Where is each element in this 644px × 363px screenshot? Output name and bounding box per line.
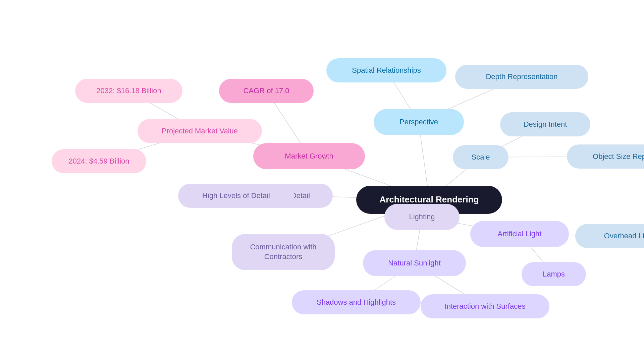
node-obj_size-label: Object Size Representation [593,152,644,162]
node-shadows-label: Shadows and Highlights [317,298,396,307]
node-design_intent[interactable]: Design Intent [500,112,590,136]
node-interaction-label: Interaction with Surfaces [445,302,526,311]
node-perspective-label: Perspective [399,117,438,127]
node-val2024[interactable]: 2024: $4.59 Billion [52,149,146,173]
node-lamps-label: Lamps [543,269,565,279]
node-val2024-label: 2024: $4.59 Billion [68,157,129,166]
node-val2032-label: 2032: $16.18 Billion [96,86,161,96]
node-depth-label: Depth Representation [486,72,557,82]
node-lighting[interactable]: Lighting [384,204,460,230]
node-design_intent-label: Design Intent [524,120,567,129]
node-obj_size[interactable]: Object Size Representation [567,144,644,169]
node-comm_contractors-label: Communication with Contractors [241,242,325,261]
node-cagr-label: CAGR of 17.0 [244,86,289,96]
node-val2032[interactable]: 2032: $16.18 Billion [75,79,182,103]
mind-map-canvas: Architectural RenderingMarket GrowthCAGR… [0,0,644,363]
node-lighting-label: Lighting [409,212,435,222]
node-scale[interactable]: Scale [453,145,508,169]
node-natural_sun[interactable]: Natural Sunlight [363,250,466,276]
node-lamps[interactable]: Lamps [522,262,586,286]
node-spatial[interactable]: Spatial Relationships [326,58,446,82]
node-shadows[interactable]: Shadows and Highlights [292,290,421,314]
node-artificial[interactable]: Artificial Light [470,221,569,247]
node-interaction[interactable]: Interaction with Surfaces [421,294,549,318]
node-natural_sun-label: Natural Sunlight [388,258,441,268]
node-market_growth-label: Market Growth [285,152,333,161]
node-high_detail-label: High Levels of Detail [202,191,270,201]
node-spatial-label: Spatial Relationships [352,66,421,75]
node-artificial-label: Artificial Light [498,229,542,239]
node-high_detail[interactable]: High Levels of Detail [178,184,294,208]
node-scale-label: Scale [471,153,490,162]
node-projected[interactable]: Projected Market Value [138,119,262,143]
node-projected-label: Projected Market Value [162,126,238,136]
node-perspective[interactable]: Perspective [374,109,464,135]
node-depth[interactable]: Depth Representation [455,65,588,89]
node-cagr[interactable]: CAGR of 17.0 [219,79,314,103]
node-market_growth[interactable]: Market Growth [253,143,365,169]
node-comm_contractors[interactable]: Communication with Contractors [232,234,335,270]
node-overhead-label: Overhead Lights [604,231,644,241]
node-overhead[interactable]: Overhead Lights [575,224,644,248]
